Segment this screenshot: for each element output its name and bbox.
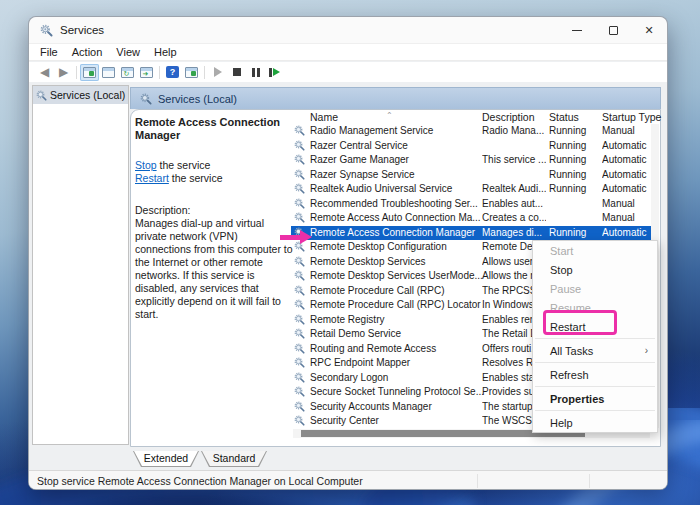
context-menu-item-pause[interactable]: Pause [533, 279, 657, 298]
service-gear-icon [294, 401, 305, 414]
menu-file[interactable]: File [33, 46, 65, 58]
export-list-button[interactable]: ➜ [137, 64, 156, 81]
help-button[interactable]: ? [163, 64, 182, 81]
band-title: Services (Local) [158, 93, 237, 105]
service-gear-icon [294, 299, 305, 312]
service-gear-icon [294, 198, 305, 211]
menu-help[interactable]: Help [147, 46, 184, 58]
service-gear-icon [294, 386, 305, 399]
tree-item-services-local[interactable]: Services (Local) [33, 86, 128, 104]
properties-window-button[interactable] [99, 64, 118, 81]
context-menu-item-stop[interactable]: Stop [533, 260, 657, 279]
toolbar-separator [204, 66, 205, 79]
service-status: Running [549, 183, 586, 194]
band-services-icon [140, 93, 152, 105]
results-pane-header: Services (Local) [130, 87, 661, 109]
table-row[interactable]: Razer Synapse Service Running Automatic [291, 168, 651, 183]
toolbar: ◀ ▶ ↻ ➜ ? [29, 62, 667, 83]
stop-link-suffix: the service [157, 159, 211, 171]
service-status: Running [549, 125, 586, 136]
window-title: Services [60, 24, 104, 36]
service-startup-type: Automatic [602, 227, 658, 238]
show-console-tree-button[interactable] [80, 64, 99, 81]
context-menu-item-properties[interactable]: Properties [533, 389, 657, 408]
service-name: Realtek Audio Universal Service [310, 183, 452, 194]
table-row[interactable]: Radio Management Service Radio Mana... R… [291, 124, 651, 139]
stop-service-link[interactable]: Stop [135, 159, 157, 171]
forward-button[interactable]: ▶ [54, 64, 73, 81]
service-startup-type: Automatic [602, 140, 658, 151]
status-divider [477, 474, 478, 488]
service-status: Running [549, 169, 586, 180]
column-header-description[interactable]: Description [482, 111, 535, 123]
menu-view[interactable]: View [109, 46, 147, 58]
service-name: Retail Demo Service [310, 328, 401, 339]
service-name: Remote Desktop Services [310, 256, 426, 267]
export-list-icon: ➜ [140, 67, 153, 78]
service-gear-icon [294, 285, 305, 298]
service-name: Routing and Remote Access [310, 343, 436, 354]
description-label: Description: [135, 204, 293, 217]
table-row[interactable]: Razer Central Service Running Automatic [291, 139, 651, 154]
table-row[interactable]: Razer Game Manager This service ... Runn… [291, 153, 651, 168]
service-name: Remote Desktop Configuration [310, 241, 447, 252]
service-name: Security Accounts Manager [310, 401, 432, 412]
service-startup-type: Manual [602, 212, 658, 223]
title-bar[interactable]: Services ✕ [29, 17, 667, 43]
menu-action[interactable]: Action [65, 46, 110, 58]
restart-service-button[interactable] [265, 64, 284, 81]
view-tabs: Extended Standard [133, 451, 269, 467]
back-button[interactable]: ◀ [35, 64, 54, 81]
services-app-icon [40, 24, 53, 37]
tab-standard[interactable]: Standard [201, 451, 267, 467]
service-gear-icon [294, 415, 305, 428]
tree-item-label: Services (Local) [50, 89, 125, 101]
service-gear-icon [294, 343, 305, 356]
start-service-button[interactable] [208, 64, 227, 81]
column-header-name[interactable]: Name [310, 111, 338, 123]
service-status: Running [549, 140, 586, 151]
refresh-button[interactable]: ↻ [118, 64, 137, 81]
table-row[interactable]: Realtek Audio Universal Service Realtek … [291, 182, 651, 197]
pause-service-button[interactable] [246, 64, 265, 81]
close-button[interactable]: ✕ [631, 17, 667, 43]
service-gear-icon [294, 140, 305, 153]
context-menu-item-refresh[interactable]: Refresh [533, 365, 657, 384]
service-gear-icon [294, 270, 305, 283]
tab-extended[interactable]: Extended [133, 451, 199, 467]
stop-service-button[interactable] [227, 64, 246, 81]
table-row[interactable]: Remote Access Auto Connection Ma... Crea… [291, 211, 651, 226]
service-startup-type: Manual [602, 198, 658, 209]
column-header-status[interactable]: Status [549, 111, 579, 123]
service-detail-pane: Remote Access Connection Manager Stop th… [135, 116, 293, 321]
service-startup-type: Automatic [602, 169, 658, 180]
action-pane-icon [185, 67, 198, 78]
service-description-cell: Enables aut... [482, 198, 546, 209]
column-header-startup-type[interactable]: Startup Type [602, 111, 661, 123]
maximize-button[interactable] [595, 17, 631, 43]
toolbar-separator [76, 66, 77, 79]
status-divider [589, 474, 590, 488]
table-row[interactable]: Recommended Troubleshooting Ser... Enabl… [291, 197, 651, 212]
menu-bar: File Action View Help [29, 43, 667, 61]
annotation-highlight-box [543, 310, 617, 335]
table-row-selected[interactable]: Remote Access Connection Manager Manages… [291, 226, 651, 241]
minimize-button[interactable] [559, 17, 595, 43]
context-menu-item-help[interactable]: Help [533, 413, 657, 432]
maximize-icon [609, 26, 618, 35]
service-description-cell: Creates a co... [482, 212, 546, 223]
list-header: ⌃ Name Description Status Startup Type [291, 110, 652, 124]
show-action-pane-button[interactable] [182, 64, 201, 81]
service-name: Remote Access Auto Connection Ma... [310, 212, 481, 223]
service-name: Remote Desktop Services UserMode... [310, 270, 483, 281]
service-status: Running [549, 227, 586, 238]
close-icon: ✕ [644, 25, 653, 36]
restart-service-link[interactable]: Restart [135, 172, 169, 184]
service-name: Razer Game Manager [310, 154, 409, 165]
context-menu-item-start[interactable]: Start [533, 241, 657, 260]
service-gear-icon [294, 357, 305, 370]
service-name: Remote Access Connection Manager [310, 227, 475, 238]
context-menu-item-all-tasks[interactable]: All Tasks› [533, 341, 657, 360]
selected-service-title: Remote Access Connection Manager [135, 116, 293, 142]
service-startup-type: Automatic [602, 154, 658, 165]
